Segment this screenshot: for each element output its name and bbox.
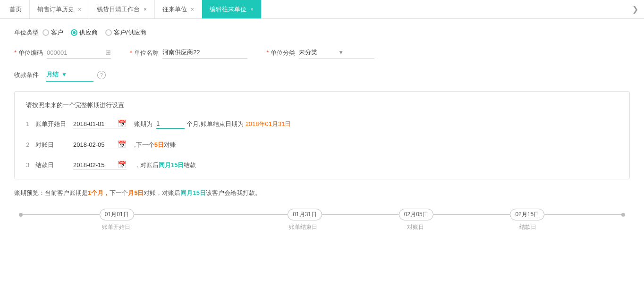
payment-condition-group: 收款条件 月结 ▼ ?: [14, 68, 106, 82]
help-icon-label: ?: [100, 72, 103, 78]
row-2-num: 2: [26, 141, 35, 148]
timeline-labels-row: 账单开始日 账单结束日 对账日 结款日: [19, 223, 625, 231]
tab-expand-button[interactable]: ❯: [627, 5, 644, 14]
timeline-line-row: 01月01日 01月31日 02月05日 02月15日: [19, 209, 625, 220]
preview-reconcile-suffix: 对账，对账后: [144, 189, 180, 196]
copy-icon[interactable]: ⊞: [105, 49, 111, 56]
payment-date-input[interactable]: [73, 161, 116, 169]
timeline-node-3: 02月05日: [399, 209, 433, 220]
period-label: 账期为: [134, 120, 153, 128]
row-3-label: 结款日: [35, 161, 73, 169]
radio-supplier-circle: [71, 29, 77, 36]
radio-group: 客户 供应商 客户/供应商: [42, 28, 146, 37]
row-1-label: 账单开始日: [35, 120, 73, 128]
tab-partners[interactable]: 往来单位 ×: [155, 0, 202, 18]
preview-label: 账期预览：当前客户账期是: [14, 189, 88, 196]
settings-row-2: 2 对账日 📅 ,下一个 5日 对账: [26, 140, 618, 149]
timeline-line-2: [134, 214, 288, 215]
unit-code-input[interactable]: [47, 47, 103, 58]
timeline-badge-2: 01月31日: [288, 209, 322, 220]
payment-prefix-text: ，对账后: [134, 161, 159, 169]
unit-code-label: 单位编码: [18, 49, 43, 57]
unit-code-group: * 单位编码 ⊞: [14, 47, 111, 59]
tab-sales-history-close[interactable]: ×: [78, 6, 81, 13]
timeline-label-3-container: 对账日: [397, 223, 434, 231]
timeline-label-2-container: 账单结束日: [284, 223, 322, 231]
unit-type-group: 单位类型 客户 供应商 客户/供应商: [14, 28, 146, 37]
unit-code-input-wrapper: ⊞: [47, 47, 111, 59]
main-content: 单位类型 客户 供应商 客户/供应商 * 单位编码: [0, 19, 644, 287]
timeline-label-1-container: 账单开始日: [97, 223, 135, 231]
tab-cash-work-close[interactable]: ×: [144, 6, 147, 13]
tab-home-label: 首页: [9, 5, 22, 14]
tab-home[interactable]: 首页: [0, 0, 30, 18]
payment-condition-row: 收款条件 月结 ▼ ?: [14, 68, 630, 82]
row-1-num: 1: [26, 120, 35, 127]
reconcile-suffix-text: 对账: [164, 141, 176, 149]
timeline-line-1: [23, 214, 100, 215]
timeline-left-dot: [19, 213, 23, 217]
timeline-label-4: 结款日: [519, 223, 536, 231]
radio-both[interactable]: 客户/供应商: [105, 28, 146, 37]
tab-cash-work-label: 钱货日清工作台: [97, 5, 140, 14]
payment-condition-dropdown[interactable]: 月结 ▼: [46, 68, 93, 82]
payment-date-input-group: 📅: [73, 160, 127, 169]
tab-cash-work[interactable]: 钱货日清工作台 ×: [89, 0, 155, 18]
help-icon[interactable]: ?: [97, 71, 106, 79]
timeline-label-4-container: 结款日: [509, 223, 547, 231]
end-date-highlight: 2018年01月31日: [246, 120, 291, 128]
timeline-line-3: [322, 214, 399, 215]
unit-category-dropdown[interactable]: 未分类 ▼: [299, 46, 374, 59]
payment-day-highlight: 同月15日: [159, 161, 184, 169]
reconcile-day-highlight: 5日: [154, 141, 164, 149]
payment-condition-value: 月结: [46, 70, 59, 79]
radio-both-circle: [105, 29, 112, 36]
unit-name-required: *: [130, 49, 132, 56]
row-3-num: 3: [26, 161, 35, 169]
tab-sales-history-label: 销售订单历史: [37, 5, 74, 14]
radio-supplier[interactable]: 供应商: [71, 28, 98, 37]
payment-suffix-text: 结款: [184, 161, 196, 169]
unit-category-value: 未分类: [299, 48, 335, 57]
preview-text: 账期预览：当前客户账期是1个月，下一个月5日对账，对账后同月15日该客户会给我打…: [14, 189, 630, 197]
row-2-label: 对账日: [35, 141, 73, 149]
unit-name-input[interactable]: [162, 47, 247, 59]
preview-reconcile: 月5日: [128, 189, 144, 196]
reconcile-date-calendar-icon[interactable]: 📅: [118, 140, 127, 149]
payment-condition-arrow-icon: ▼: [61, 71, 67, 78]
radio-customer[interactable]: 客户: [42, 28, 63, 37]
unit-category-arrow-icon: ▼: [338, 49, 374, 56]
payment-date-calendar-icon[interactable]: 📅: [118, 160, 127, 169]
unit-info-row: * 单位编码 ⊞ * 单位名称 * 单位分类 未分类 ▼: [14, 46, 630, 59]
start-date-input[interactable]: [73, 120, 116, 127]
tab-edit-partner-close[interactable]: ×: [250, 6, 254, 13]
radio-both-label: 客户/供应商: [114, 28, 146, 37]
tab-sales-history[interactable]: 销售订单历史 ×: [30, 0, 89, 18]
radio-customer-circle: [42, 29, 49, 36]
timeline-badge-1: 01月01日: [100, 209, 134, 220]
timeline-label-3: 对账日: [407, 223, 424, 231]
preview-period: 1个月，: [88, 189, 110, 196]
preview-section: 账期预览：当前客户账期是1个月，下一个月5日对账，对账后同月15日该客户会给我打…: [14, 189, 630, 239]
payment-condition-label: 收款条件: [14, 71, 39, 79]
tab-edit-partner[interactable]: 编辑往来单位 ×: [202, 0, 262, 18]
timeline-node-1: 01月01日: [100, 209, 134, 220]
timeline-badge-3: 02月05日: [399, 209, 433, 220]
preview-payment-suffix: 该客户会给我打款。: [206, 189, 261, 196]
reconcile-date-input[interactable]: [73, 141, 116, 148]
reconcile-date-input-group: 📅: [73, 140, 127, 149]
settings-row-3: 3 结款日 📅 ，对账后 同月15日 结款: [26, 160, 618, 169]
period-input[interactable]: [156, 119, 185, 129]
tab-partners-close[interactable]: ×: [191, 6, 194, 13]
radio-supplier-label: 供应商: [79, 28, 98, 37]
reconcile-prefix-text: ,下一个: [134, 141, 154, 149]
settings-box: 请按照未来的一个完整帐期进行设置 1 账单开始日 📅 账期为 个月,账单结束日期…: [14, 91, 630, 179]
timeline-badge-4: 02月15日: [510, 209, 544, 220]
start-date-calendar-icon[interactable]: 📅: [118, 119, 127, 128]
timeline-wrapper: 01月01日 01月31日 02月05日 02月15日: [14, 209, 630, 231]
timeline-label-2: 账单结束日: [289, 223, 317, 231]
timeline-node-2: 01月31日: [288, 209, 322, 220]
period-unit-text: 个月,账单结束日期为: [186, 120, 244, 128]
tab-edit-partner-label: 编辑往来单位: [210, 5, 246, 14]
tab-bar: 首页 销售订单历史 × 钱货日清工作台 × 往来单位 × 编辑往来单位 × ❯: [0, 0, 644, 19]
